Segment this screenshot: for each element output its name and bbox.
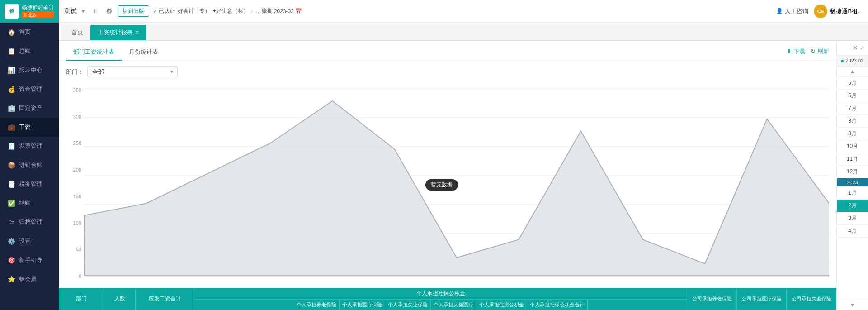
sidebar-item-member[interactable]: ⭐ 畅会员 bbox=[0, 270, 59, 289]
content-panel: 部门工资统计表 月份统计表 ⬇ 下载 ↻ 刷新 bbox=[59, 41, 836, 310]
product-badge2: +好生意（标） bbox=[213, 7, 249, 15]
month-item-1[interactable]: 1月 bbox=[837, 187, 868, 200]
tab-close-icon[interactable]: ✕ bbox=[135, 29, 139, 36]
funds-icon: 💰 bbox=[7, 86, 15, 93]
th-group-cells: 个人承担养老保险 个人承担医疗保险 个人承担失业保险 个人承担大额医疗 个人承担… bbox=[294, 300, 588, 310]
period-info: 账期 2023-02 📅 bbox=[262, 7, 302, 15]
y-axis: 350 300 250 200 150 100 50 0 bbox=[66, 83, 84, 288]
tab-salary-report[interactable]: 工资统计报表 ✕ bbox=[90, 25, 146, 40]
date-display: ● 2023.02 bbox=[837, 55, 868, 67]
download-button[interactable]: ⬇ 下载 bbox=[787, 48, 805, 56]
th-personal-unemployment: 个人承担失业保险 bbox=[385, 300, 431, 310]
tax-icon: 📑 bbox=[7, 181, 15, 188]
th-company-unemployment: 公司承担失业保险 bbox=[787, 288, 836, 310]
chart-area: 350 300 250 200 150 100 50 0 bbox=[59, 83, 836, 288]
table-header: 部门 人数 应发工资合计 个人承担社保公积金 个人承担养老保险 个人承担医疗保险… bbox=[59, 288, 836, 310]
member-icon: ⭐ bbox=[7, 276, 15, 283]
th-group-personal: 个人承担社保公积金 个人承担养老保险 个人承担医疗保险 个人承担失业保险 个人承… bbox=[194, 288, 687, 310]
avatar: CE bbox=[814, 5, 827, 18]
sidebar-item-assets[interactable]: 🏢 固定资产 bbox=[0, 99, 59, 118]
sidebar-item-sales[interactable]: 📦 进销台账 bbox=[0, 156, 59, 175]
month-item-8[interactable]: 8月 bbox=[837, 115, 868, 128]
month-item-9[interactable]: 9月 bbox=[837, 128, 868, 140]
assets-icon: 🏢 bbox=[7, 105, 15, 112]
sidebar-item-archive[interactable]: 🗂 归档管理 bbox=[0, 213, 59, 232]
sidebar-item-funds[interactable]: 💰 资金管理 bbox=[0, 80, 59, 99]
th-company-pension: 公司承担养老保险 bbox=[687, 288, 737, 310]
th-personal-big-medical: 个人承担大额医疗 bbox=[431, 300, 476, 310]
th-personal-pension: 个人承担养老保险 bbox=[294, 300, 340, 310]
sidebar-item-reports[interactable]: 📊 报表中心 bbox=[0, 61, 59, 80]
help-button[interactable]: 👤 人工咨询 bbox=[776, 7, 808, 15]
sales-icon: 📦 bbox=[7, 162, 15, 169]
sidebar-item-home[interactable]: 🏠 首页 bbox=[0, 23, 59, 42]
certified-icon: ✓ bbox=[153, 8, 157, 14]
month-item-10[interactable]: 10月 bbox=[837, 140, 868, 153]
year-label-2023: 2023 bbox=[837, 178, 868, 187]
home-icon: 🏠 bbox=[7, 29, 15, 36]
sidebar-item-tax[interactable]: 📑 税务管理 bbox=[0, 175, 59, 194]
month-item-4[interactable]: 4月 bbox=[837, 225, 868, 238]
topbar-badges: ✓ 已认证 好会计（专） +好生意（标） +... 账期 2023-02 📅 bbox=[153, 7, 773, 15]
th-total-salary: 应发工资合计 bbox=[136, 288, 194, 310]
date-dot-icon: ● bbox=[840, 57, 844, 64]
right-date-panel: ✕ ⤢ ● 2023.02 ▲ 5月 6月 7月 8月 9月 10月 11月 1… bbox=[836, 41, 868, 310]
expand-panel-button[interactable]: ⤢ bbox=[860, 45, 864, 51]
month-item-2-active[interactable]: 2月 bbox=[837, 200, 868, 212]
close-accounts-icon: ✅ bbox=[7, 200, 15, 207]
sidebar-item-ledger[interactable]: 📋 总账 bbox=[0, 42, 59, 61]
chart-tooltip: 暂无数据 bbox=[425, 179, 458, 191]
month-list: 5月 6月 7月 8月 9月 10月 11月 12月 2023 1月 2月 3月… bbox=[837, 77, 868, 300]
month-item-12[interactable]: 12月 bbox=[837, 166, 868, 178]
month-item-11[interactable]: 11月 bbox=[837, 153, 868, 166]
th-personal-medical: 个人承担医疗保险 bbox=[340, 300, 385, 310]
sidebar: 畅 畅捷通好会计 专业版 🏠 首页 📋 总账 📊 报表中心 💰 资金管理 🏢 固… bbox=[0, 0, 59, 310]
topbar: 测试 ▼ ＋ ⚙ 切到旧版 ✓ 已认证 好会计（专） +好生意（标） +... … bbox=[59, 0, 868, 23]
tab-home[interactable]: 首页 bbox=[64, 25, 90, 40]
archive-icon: 🗂 bbox=[7, 219, 15, 226]
refresh-button[interactable]: ↻ 刷新 bbox=[811, 48, 829, 56]
date-nav-up-button[interactable]: ▲ bbox=[837, 67, 868, 77]
month-item-3[interactable]: 3月 bbox=[837, 212, 868, 225]
subtab-monthly-report[interactable]: 月份统计表 bbox=[122, 45, 165, 61]
dropdown-arrow-icon[interactable]: ▼ bbox=[80, 8, 86, 14]
month-item-6[interactable]: 6月 bbox=[837, 90, 868, 102]
product-badge1: 好会计（专） bbox=[178, 7, 210, 15]
sidebar-item-newbie[interactable]: 🎯 新手引导 bbox=[0, 251, 59, 270]
sidebar-item-invoice[interactable]: 🧾 发票管理 bbox=[0, 137, 59, 156]
help-icon: 👤 bbox=[776, 8, 783, 14]
dept-filter-select[interactable]: 全部 bbox=[87, 66, 178, 77]
month-item-5[interactable]: 5月 bbox=[837, 77, 868, 90]
topbar-right: 👤 人工咨询 CE 畅捷通B组... bbox=[776, 5, 863, 18]
th-dept: 部门 bbox=[59, 288, 104, 310]
sidebar-item-close[interactable]: ✅ 结账 bbox=[0, 194, 59, 213]
tabbar: 首页 工资统计报表 ✕ bbox=[59, 23, 868, 41]
th-group-title: 个人承担社保公积金 bbox=[194, 288, 687, 300]
calendar-icon[interactable]: 📅 bbox=[295, 8, 302, 14]
sidebar-item-salary[interactable]: 💼 工资 bbox=[0, 118, 59, 137]
settings-icon: ⚙️ bbox=[7, 238, 15, 245]
salary-icon: 💼 bbox=[7, 124, 15, 131]
ledger-icon: 📋 bbox=[7, 48, 15, 55]
newbie-icon: 🎯 bbox=[7, 257, 15, 264]
dept-filter-label: 部门： bbox=[66, 68, 84, 76]
settings-button[interactable]: ⚙ bbox=[104, 5, 114, 17]
filter-row: 部门： 全部 bbox=[59, 61, 836, 83]
subtab-dept-report[interactable]: 部门工资统计表 bbox=[66, 45, 122, 61]
reports-icon: 📊 bbox=[7, 67, 15, 74]
th-personal-total: 个人承担社保公积金合计 bbox=[527, 300, 588, 310]
add-button[interactable]: ＋ bbox=[90, 5, 100, 18]
right-panel-header: ✕ ⤢ bbox=[837, 41, 868, 55]
username-label: 畅捷通B组... bbox=[830, 7, 863, 15]
subtab-actions: ⬇ 下载 ↻ 刷新 bbox=[787, 48, 829, 58]
product-badge3: +... bbox=[251, 8, 259, 14]
user-area[interactable]: CE 畅捷通B组... bbox=[814, 5, 863, 18]
logo-icon: 畅 bbox=[5, 4, 19, 19]
th-personal-housing: 个人承担住房公积金 bbox=[476, 300, 527, 310]
date-nav-down-button[interactable]: ▼ bbox=[837, 300, 868, 310]
month-item-7[interactable]: 7月 bbox=[837, 102, 868, 115]
switch-version-button[interactable]: 切到旧版 bbox=[118, 5, 149, 17]
dept-filter-wrap: 全部 bbox=[87, 66, 178, 77]
sidebar-item-settings[interactable]: ⚙️ 设置 bbox=[0, 232, 59, 251]
close-panel-button[interactable]: ✕ bbox=[852, 43, 858, 52]
